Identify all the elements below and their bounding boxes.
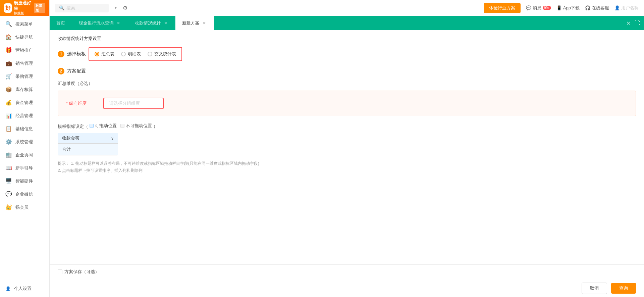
sidebar-item-basic-info[interactable]: 📋 基础信息 [0, 122, 49, 135]
online-support-action[interactable]: 🎧 在线客服 [585, 5, 609, 11]
dimension-select[interactable]: 请选择分组维度 [103, 98, 164, 109]
sidebar-item-label: 库存核算 [15, 87, 33, 93]
content-area: 收款情况统计方案设置 1 选择模板 汇总表 [50, 30, 644, 279]
tab-bank-flow-close[interactable]: ✕ [116, 20, 121, 26]
page-content: 收款情况统计方案设置 1 选择模板 汇总表 [50, 30, 644, 264]
tab-collection-stats-close[interactable]: ✕ [163, 20, 168, 26]
sidebar-item-finance[interactable]: 💰 资金管理 [0, 96, 49, 109]
industry-plan-button[interactable]: 体验行业方案 [484, 3, 521, 13]
sidebar-item-search-menu[interactable]: 🔍 搜索菜单 [0, 17, 49, 31]
header-search[interactable]: 🔍 搜索... [55, 4, 109, 12]
message-label: 消息 [533, 5, 541, 11]
indicator-row-label: 合计 [62, 147, 71, 152]
user-name-label: 用户名称 [621, 5, 639, 11]
message-icon: 💬 [526, 5, 531, 10]
radio-summary[interactable]: 汇总表 [95, 51, 114, 57]
section1-number: 1 [58, 51, 64, 57]
sidebar-item-label: 企业协同 [15, 152, 33, 158]
radio-cross[interactable]: 交叉统计表 [148, 51, 176, 57]
crown-icon: 👑 [5, 204, 12, 210]
draggable-label: 可拖动位置 [95, 123, 117, 129]
briefcase-icon: 💼 [5, 60, 12, 66]
sidebar-item-smart-hardware[interactable]: 🖥️ 智能硬件 [0, 175, 49, 188]
tip-item-2: 2. 点击标题栏下拉可设置排序、插入列和删除列 [58, 168, 636, 174]
sidebar-item-vip-member[interactable]: 👑 畅会员 [0, 201, 49, 214]
online-support-label: 在线客服 [592, 5, 609, 11]
sidebar-item-enterprise-wechat[interactable]: 💬 企业微信 [0, 188, 49, 201]
sidebar-item-quick-nav[interactable]: 🏠 快捷导航 [0, 31, 49, 44]
radio-detail-label: 明细表 [128, 51, 141, 57]
header-search-icon: 🔍 [59, 5, 64, 10]
support-icon: 🎧 [585, 5, 590, 10]
message-action[interactable]: 💬 消息 99+ [526, 5, 551, 11]
search-menu-icon: 🔍 [5, 21, 12, 27]
radio-summary-label: 汇总表 [101, 51, 114, 57]
sidebar-item-purchase[interactable]: 🛒 采购管理 [0, 70, 49, 83]
indicator-table: 收款金额 ∨ 合计 [58, 133, 118, 155]
chart-icon: 📊 [5, 112, 12, 119]
section1-header: 1 选择模板 汇总表 明细表 [58, 47, 636, 61]
user-icon: 👤 [614, 5, 620, 10]
tips-section: 提示： 1. 拖动标题栏可以调整布局，不可跨维度或指标区域拖动栏目字段(只能在同… [58, 161, 636, 174]
save-checkbox[interactable] [58, 269, 62, 274]
vertical-dimension-label: * 纵向维度 [66, 100, 87, 106]
section2-number: 2 [58, 68, 64, 75]
sidebar-item-operations[interactable]: 📊 经营管理 [0, 109, 49, 122]
section-config: 2 方案配置 汇总维度（必选） * 纵向维度 —— 请选择分组维度 [58, 68, 636, 176]
template-options-box: 汇总表 明细表 交叉统计表 [89, 47, 182, 61]
tab-home[interactable]: 首页 [50, 16, 72, 30]
user-info[interactable]: 👤 用户名称 [614, 5, 639, 11]
page-footer: 方案保存（可选） [50, 264, 644, 279]
tab-new-plan[interactable]: 新建方案 ✕ [175, 16, 214, 30]
app-download-action[interactable]: 📱 App下载 [556, 5, 580, 11]
sidebar-item-label: 畅会员 [15, 204, 29, 210]
app-download-label: App下载 [563, 5, 580, 11]
home-icon: 🏠 [5, 34, 12, 40]
sidebar-item-newbie-guide[interactable]: 📖 新手引导 [0, 161, 49, 175]
header-gear-icon[interactable]: ⚙ [123, 5, 127, 11]
section1-title: 选择模板 [67, 51, 86, 57]
tab-collection-stats[interactable]: 收款情况统计 ✕ [128, 16, 175, 30]
message-badge: 99+ [543, 6, 551, 10]
tip-text-2: 2. 点击标题栏下拉可设置排序、插入列和删除列 [58, 168, 143, 173]
header-dropdown-arrow[interactable]: ▼ [114, 6, 117, 10]
save-option[interactable]: 方案保存（可选） [58, 269, 99, 275]
sidebar-footer-item[interactable]: 👤 个人设置 [0, 283, 49, 294]
radio-cross-label: 交叉统计表 [154, 51, 176, 57]
tab-new-plan-close[interactable]: ✕ [202, 20, 207, 26]
sidebar-item-label: 经营管理 [15, 113, 33, 119]
sidebar-item-enterprise-collab[interactable]: 🏢 企业协同 [0, 148, 49, 161]
indicator-table-header[interactable]: 收款金额 ∨ [58, 133, 118, 144]
radio-detail[interactable]: 明细表 [121, 51, 141, 57]
sidebar-item-label: 基础信息 [15, 126, 33, 132]
money-icon: 💰 [5, 99, 12, 106]
query-button[interactable]: 查询 [611, 283, 636, 294]
sidebar-item-label: 采购管理 [15, 73, 33, 80]
tab-bank-flow[interactable]: 现金银行流水查询 ✕ [72, 16, 128, 30]
app-icon: 📱 [556, 5, 562, 10]
sidebar-footer-label: 个人设置 [14, 286, 32, 292]
radio-cross-dot [148, 52, 152, 56]
sidebar-item-sales[interactable]: 💼 销售管理 [0, 57, 49, 70]
sidebar: 好 畅捷通好生 标准版 标准版 🔍 搜索菜单 🏠 快捷导航 🎁 营销推广 💼 销… [0, 0, 50, 297]
radio-group: 汇总表 明细表 交叉统计表 [95, 51, 176, 57]
sidebar-item-system[interactable]: ⚙️ 系统管理 [0, 135, 49, 148]
sidebar-footer: 👤 个人设置 [0, 280, 49, 297]
draggable-indicator [90, 124, 94, 128]
indicator-settings: 模板指标设定（ 可拖动位置 不可拖动位置 ） [58, 123, 636, 155]
sidebar-item-label: 资金管理 [15, 100, 33, 106]
save-option-label: 方案保存（可选） [64, 269, 99, 275]
tab-maximize-icon[interactable]: ⛶ [635, 20, 640, 26]
indicator-label-text: 模板指标设定（ [58, 124, 88, 129]
section-template: 1 选择模板 汇总表 明细表 [58, 47, 636, 61]
chevron-down-icon[interactable]: ∨ [111, 136, 114, 141]
sidebar-item-inventory[interactable]: 📦 库存核算 [0, 83, 49, 96]
sidebar-item-marketing[interactable]: 🎁 营销推广 [0, 44, 49, 57]
page-title: 收款情况统计方案设置 [58, 36, 636, 42]
cancel-button[interactable]: 取消 [582, 283, 607, 294]
box-icon: 📦 [5, 86, 12, 93]
cart-icon: 🛒 [5, 73, 12, 80]
section2-header: 2 方案配置 [58, 68, 636, 75]
bottom-bar: 取消 查询 [50, 279, 644, 297]
tab-close-window-icon[interactable]: ✕ [626, 20, 631, 27]
